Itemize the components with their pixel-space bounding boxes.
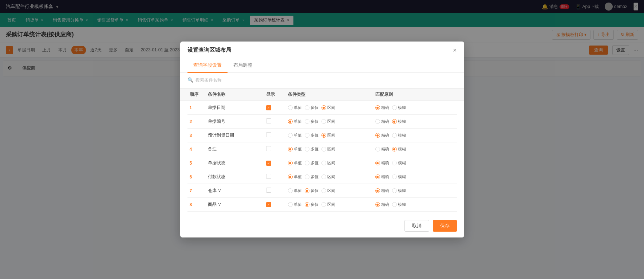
search-icon: 🔍 [187, 77, 193, 79]
settings-modal: 设置查询区域布局 × 查询字段设置 布局调整 🔍 顺序 条件名称 显示 条件类型… [180, 42, 464, 79]
modal-tabs: 查询字段设置 布局调整 [180, 58, 464, 73]
modal-header: 设置查询区域布局 × [180, 42, 464, 58]
tab-layout-adjust[interactable]: 布局调整 [228, 58, 258, 73]
modal-overlay: 设置查询区域布局 × 查询字段设置 布局调整 🔍 顺序 条件名称 显示 条件类型… [0, 0, 644, 79]
modal-search-area: 🔍 [180, 73, 464, 79]
tab-query-fields[interactable]: 查询字段设置 [187, 58, 228, 73]
modal-title: 设置查询区域布局 [187, 47, 231, 54]
modal-close-button[interactable]: × [453, 47, 457, 54]
search-input[interactable] [195, 78, 268, 80]
search-box: 🔍 [187, 77, 268, 79]
